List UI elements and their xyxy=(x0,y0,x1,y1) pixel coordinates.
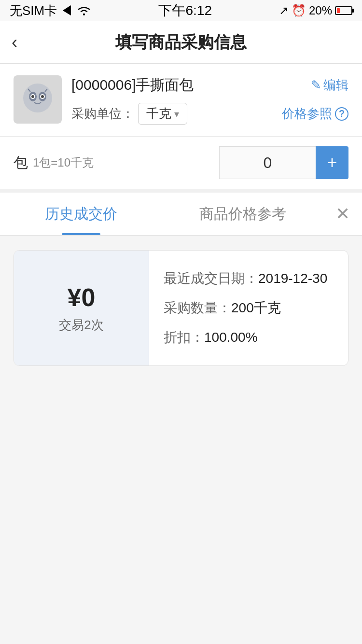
quantity-controls: 0 + xyxy=(219,146,348,179)
dropdown-arrow-icon: ▾ xyxy=(174,108,179,120)
product-info: [0000006]手撕面包 ✎ 编辑 采购单位： 千克 ▾ 价格参照 ? xyxy=(71,75,348,125)
product-thumbnail xyxy=(14,75,62,124)
quantity-label: 包 1包=10千克 xyxy=(14,153,94,173)
quantity-input[interactable]: 0 xyxy=(219,146,316,179)
recent-date-label: 最近成交日期： xyxy=(164,271,258,286)
discount-value: 100.00% xyxy=(204,330,258,345)
price-ref-info-icon: ? xyxy=(335,107,348,121)
svg-point-6 xyxy=(31,95,34,98)
price-ref-button[interactable]: 价格参照 ? xyxy=(282,105,348,122)
alarm-icon: ⏰ xyxy=(292,4,306,17)
recent-date-row: 最近成交日期：2019-12-30 xyxy=(164,268,334,290)
svg-point-0 xyxy=(83,14,85,15)
tab-price-reference[interactable]: 商品价格参考 xyxy=(162,193,323,235)
unit-label: 采购单位： 千克 ▾ xyxy=(71,103,187,125)
purchase-qty-row: 采购数量：200千克 xyxy=(164,297,334,319)
tab-bar: 历史成交价 商品价格参考 ✕ xyxy=(0,193,362,236)
purchase-qty-label: 采购数量： xyxy=(164,300,231,315)
product-header: [0000006]手撕面包 ✎ 编辑 xyxy=(71,75,348,95)
product-name: [0000006]手撕面包 xyxy=(71,75,194,95)
carrier-label: 无SIM卡 ◀ xyxy=(10,2,73,19)
quantity-row: 包 1包=10千克 0 + xyxy=(0,137,362,193)
status-time: 下午6:12 xyxy=(158,1,212,20)
price-card: ¥0 交易2次 最近成交日期：2019-12-30 采购数量：200千克 折扣：… xyxy=(14,250,348,366)
currency-symbol: ¥ xyxy=(68,283,82,311)
price-right-panel: 最近成交日期：2019-12-30 采购数量：200千克 折扣：100.00% xyxy=(149,251,348,365)
status-right: ↗ ⏰ 20% xyxy=(279,4,352,17)
unit-select-dropdown[interactable]: 千克 ▾ xyxy=(138,103,187,125)
back-button[interactable]: ‹ xyxy=(12,32,17,53)
price-amount: ¥0 xyxy=(68,283,96,312)
battery-pct: 20% xyxy=(309,4,332,17)
price-value: 0 xyxy=(82,283,96,311)
quantity-unit-label: 包 xyxy=(14,153,28,173)
location-icon: ↗ xyxy=(279,4,289,17)
status-left: 无SIM卡 ◀ xyxy=(10,2,91,19)
svg-point-7 xyxy=(41,95,44,98)
status-bar: 无SIM卡 ◀ 下午6:12 ↗ ⏰ 20% xyxy=(0,0,362,21)
edit-button[interactable]: ✎ 编辑 xyxy=(311,77,348,94)
price-trade-count: 交易2次 xyxy=(59,317,103,334)
quantity-conversion: 1包=10千克 xyxy=(33,155,94,170)
price-left-panel: ¥0 交易2次 xyxy=(14,251,149,365)
battery-icon xyxy=(335,6,352,15)
page-title: 填写商品采购信息 xyxy=(115,31,247,54)
wifi-icon xyxy=(77,5,91,16)
price-section: ¥0 交易2次 最近成交日期：2019-12-30 采购数量：200千克 折扣：… xyxy=(0,236,362,380)
tab-history-price[interactable]: 历史成交价 xyxy=(0,193,162,235)
tab-close-button[interactable]: ✕ xyxy=(323,193,362,235)
discount-label: 折扣： xyxy=(164,330,204,345)
recent-date-value: 2019-12-30 xyxy=(258,271,327,286)
discount-row: 折扣：100.00% xyxy=(164,327,334,349)
product-unit-row: 采购单位： 千克 ▾ 价格参照 ? xyxy=(71,103,348,125)
product-logo xyxy=(21,81,55,118)
edit-icon: ✎ xyxy=(311,78,321,93)
quantity-plus-button[interactable]: + xyxy=(316,146,348,179)
product-card: [0000006]手撕面包 ✎ 编辑 采购单位： 千克 ▾ 价格参照 ? xyxy=(0,64,362,137)
nav-bar: ‹ 填写商品采购信息 xyxy=(0,21,362,64)
purchase-qty-value: 200千克 xyxy=(231,300,281,315)
svg-point-1 xyxy=(23,84,52,112)
